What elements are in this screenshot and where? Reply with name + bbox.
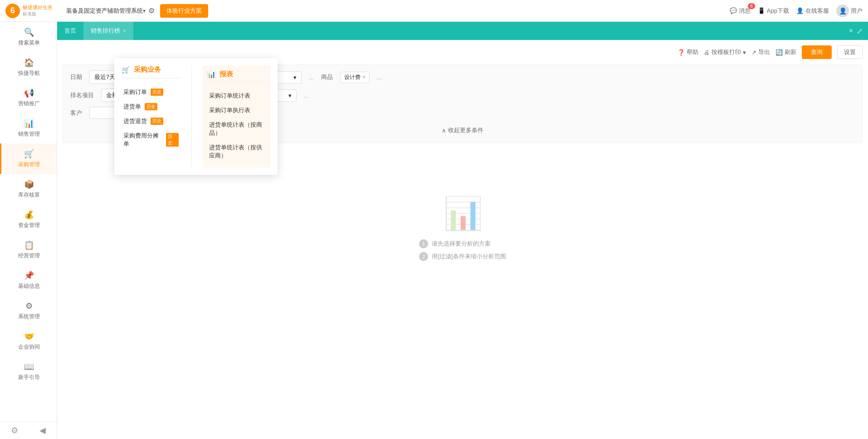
report-receive-goods-label: 进货单统计表（按商品） <box>209 121 264 137</box>
tab-sales-rank-close[interactable]: × <box>123 28 126 34</box>
order-status-ellipsis[interactable]: ... <box>309 74 314 81</box>
menu-item-report-receive-goods[interactable]: 进货单统计表（按商品） <box>207 118 266 140</box>
report-menu-title: 📊 报表 <box>204 67 270 82</box>
sidebar-item-guide[interactable]: 📖 新手引导 <box>0 356 57 387</box>
goods-tag[interactable]: 设计费 × <box>340 72 370 83</box>
purchase-menu-icon: 🛒 <box>122 66 130 74</box>
sidebar-item-marketing[interactable]: 📢 营销推广 <box>0 83 57 113</box>
template-print-btn[interactable]: 🖨 按模板打印 ▾ <box>704 48 746 56</box>
empty-illustration: 📊 <box>443 195 483 232</box>
logo-text: 畅捷通好生意 <box>23 4 53 10</box>
tab-home[interactable]: 首页 <box>57 22 83 40</box>
menu-item-report-order-stat[interactable]: 采购订单统计表 <box>207 89 266 103</box>
purchase-menu-title: 🛒 采购业务 <box>122 65 180 79</box>
tip-1-text: 请先选择要分析的方案 <box>432 240 491 248</box>
help-btn[interactable]: ❓ 帮助 <box>678 48 698 56</box>
sidebar-item-system[interactable]: ⚙ 系统管理 <box>0 296 57 326</box>
purchase-receive-label: 进货单 <box>123 103 141 111</box>
tab-expand[interactable]: ⤢ <box>857 27 863 35</box>
sidebar-item-enterprise[interactable]: 🤝 企业协同 <box>0 326 57 356</box>
sidebar-label-system: 系统管理 <box>18 313 40 321</box>
tab-close-all[interactable]: × <box>849 27 853 35</box>
export-icon: ↗ <box>751 49 756 56</box>
purchase-expense-label: 采购费用分摊单 <box>123 132 162 148</box>
sidebar-item-sales[interactable]: 📊 销售管理 <box>0 113 57 143</box>
export-label: 导出 <box>758 48 770 56</box>
goods-ellipsis[interactable]: ... <box>377 74 382 81</box>
export-btn[interactable]: ↗ 导出 <box>751 48 770 56</box>
sidebar-item-quick-nav[interactable]: 🏠 快捷导航 <box>0 52 57 83</box>
sidebar-item-operation[interactable]: 📋 经营管理 <box>0 235 57 265</box>
empty-tip-2: 2 用[过滤]条件来缩小分析范围 <box>419 252 506 261</box>
home-icon: 🏠 <box>24 58 34 68</box>
chevron-down-icon: ▾ <box>293 74 297 81</box>
tab-right: × ⤢ <box>849 27 868 35</box>
capital-icon: 💰 <box>24 210 34 220</box>
menu-item-report-order-exec[interactable]: 采购订单执行表 <box>207 103 266 118</box>
online-service-label: 在线客服 <box>805 7 829 15</box>
app-download-btn[interactable]: 📱 App下载 <box>758 7 789 15</box>
purchase-return-label: 进货退货 <box>123 117 147 125</box>
menu-item-purchase-receive[interactable]: 进货单 历史 <box>122 99 180 114</box>
industry-btn[interactable]: 体验行业方案 <box>160 4 208 18</box>
service-icon: 👤 <box>796 7 804 14</box>
purchase-return-hist: 历史 <box>151 118 163 125</box>
purchase-menu-title-text: 采购业务 <box>134 65 161 74</box>
sidebar-item-base-info[interactable]: 📌 基础信息 <box>0 265 57 296</box>
online-service-btn[interactable]: 👤 在线客服 <box>796 7 829 15</box>
report-menu-title-text: 报表 <box>219 70 233 79</box>
message-badge: 6 <box>748 3 755 9</box>
tab-bar: 首页 销售排行榜 × × ⤢ <box>57 22 868 40</box>
system-title: 装备及固定资产辅助管理系统 ▾ ⚙ <box>66 6 155 15</box>
sidebar-label-base-info: 基础信息 <box>18 282 40 290</box>
messages-btn[interactable]: 💬 消息 6 <box>730 7 751 15</box>
menu-item-report-receive-supplier[interactable]: 进货单统计表（按供应商） <box>207 140 266 163</box>
marketing-icon: 📢 <box>24 88 34 98</box>
sidebar-label-inventory: 库存核算 <box>18 191 40 199</box>
sidebar-item-capital[interactable]: 💰 资金管理 <box>0 204 57 235</box>
app-icon: 📱 <box>758 7 765 14</box>
sidebar-label-sales: 销售管理 <box>18 130 40 138</box>
sidebar-label-operation: 经营管理 <box>18 252 40 260</box>
tab-sales-rank-label: 销售排行榜 <box>91 27 120 35</box>
operation-icon: 📋 <box>24 240 34 250</box>
report-receive-supplier-label: 进货单统计表（按供应商） <box>209 143 264 160</box>
date-label: 日期 <box>70 73 82 81</box>
print-icon: 🖨 <box>704 49 710 56</box>
system-title-dropdown[interactable]: ▾ <box>143 8 146 14</box>
salesman-dropdown-icon: ▾ <box>288 92 292 99</box>
empty-tip-1: 1 请先选择要分析的方案 <box>419 239 506 248</box>
system-settings-btn[interactable]: ⚙ <box>148 6 155 15</box>
sidebar-label-marketing: 营销推广 <box>18 100 40 108</box>
content-body: ❓ 帮助 🖨 按模板打印 ▾ ↗ 导出 🔄 刷新 <box>57 40 868 439</box>
user-avatar: 👤 <box>836 5 849 17</box>
inventory-icon: 📦 <box>24 179 34 189</box>
salesman-ellipsis[interactable]: ... <box>304 92 309 99</box>
logo-icon: 6 <box>5 4 20 18</box>
sidebar-label-quick-nav: 快捷导航 <box>18 69 40 77</box>
sidebar-label-guide: 新手引导 <box>18 374 40 381</box>
menu-item-purchase-order[interactable]: 采购订单 历史 <box>122 85 180 99</box>
logo-area: 6 畅捷通好生意 标准版 <box>5 4 63 18</box>
refresh-btn[interactable]: 🔄 刷新 <box>775 48 796 56</box>
print-dropdown-icon: ▾ <box>743 49 746 56</box>
sidebar-collapse-btn[interactable]: ◀ <box>39 425 46 435</box>
purchase-order-hist: 历史 <box>151 89 163 96</box>
purchase-icon: 🛒 <box>24 149 34 159</box>
collapse-icon: ∧ <box>442 127 446 134</box>
user-btn[interactable]: 👤 用户 <box>836 5 863 17</box>
goods-tag-close[interactable]: × <box>362 74 366 80</box>
menu-item-purchase-return[interactable]: 进货退货 历史 <box>122 114 180 128</box>
help-label: 帮助 <box>687 48 698 56</box>
menu-item-purchase-expense[interactable]: 采购费用分摊单 历史 <box>122 128 180 151</box>
query-btn[interactable]: 查询 <box>802 45 832 59</box>
sidebar-item-purchase[interactable]: 🛒 采购管理 <box>0 143 57 174</box>
sidebar-label-purchase: 采购管理 <box>18 161 40 168</box>
customer-label: 客户 <box>70 109 82 117</box>
tab-sales-rank[interactable]: 销售排行榜 × <box>83 22 133 40</box>
sidebar-item-search[interactable]: 🔍 搜索菜单 <box>0 22 57 52</box>
sidebar-settings-btn[interactable]: ⚙ <box>11 425 18 435</box>
settings-btn[interactable]: 设置 <box>837 45 863 59</box>
menu-divider <box>191 65 192 168</box>
sidebar-item-inventory[interactable]: 📦 库存核算 <box>0 174 57 204</box>
